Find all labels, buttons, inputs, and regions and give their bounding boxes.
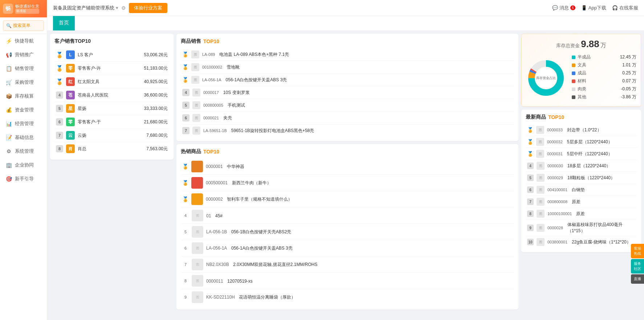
sidebar-logo: 畅 畅捷通好生意 标准版	[0, 0, 47, 17]
rank-number: 8	[56, 145, 63, 152]
app-download-button[interactable]: 📱 App下载	[581, 5, 606, 11]
message-button[interactable]: 💬 消息 6	[552, 5, 575, 11]
customer-rank-item[interactable]: 🏅 红 红太阳文具 40,925.00元	[54, 75, 169, 89]
product-info: 0000011 12070519-xs	[206, 278, 513, 284]
customer-rank-item[interactable]: 8 肖 肖总 7,563.00元	[54, 142, 169, 155]
sidebar-item-sales[interactable]: 📋 销售管理	[0, 62, 47, 75]
customer-rank-item[interactable]: 7 云 云扬 7,680.00元	[54, 129, 169, 142]
customer-value: 33,333.00元	[144, 106, 168, 112]
sidebar-item-finance[interactable]: 💰 资金管理	[0, 103, 47, 117]
hot-product-item[interactable]: 9 图 KK-SD22110H 花语萌恒温分离睡袋（厚款）	[181, 289, 514, 305]
new-product-item[interactable]: 9 图 0000028 体椒嘉枝味苏打饮品400毫升（1*15）	[526, 220, 637, 236]
float-service-btn[interactable]: 客服 热线	[631, 244, 644, 258]
legend-item-material: 材料 0.07 万	[572, 78, 636, 84]
product-img-placeholder: 图	[192, 101, 200, 109]
hot-product-item[interactable]: 🏅 000500001 新西兰牛肉（新牛）	[181, 175, 514, 191]
hot-product-item[interactable]: 🏅 0000001 中华神器	[181, 159, 514, 175]
sidebar-nav: ⚡ 快捷导航 📢 营销推广 📋 销售管理 🛒 采购管理 📦 库存核算 💰 资金管…	[0, 34, 47, 320]
customer-name: 苍南县人民医院	[78, 92, 141, 98]
new-product-item[interactable]: 6 图 004100001 白钢垫	[526, 184, 637, 196]
product-rank-item[interactable]: 4 图 0000017 10S 变刺罗浆	[181, 86, 514, 99]
product-rank-item[interactable]: 🏅 图 LA-056-1A 056-1A白色按键开关盖ABS 3壳	[181, 74, 514, 86]
rank-number: 6	[56, 118, 63, 126]
medal-icon: 🏅	[56, 65, 63, 72]
system-name: 装备及固定资产辅助管理系统 ▾	[53, 5, 118, 11]
hot-product-item[interactable]: 4 图 01 45#	[181, 208, 514, 224]
customer-rank-item[interactable]: 4 苍 苍南县人民医院 36,600.00元	[54, 89, 169, 102]
settings-icon[interactable]: ⚙	[121, 5, 126, 11]
float-service: 客服 热线 服务 社区 直播	[631, 244, 644, 284]
sidebar-item-purchase[interactable]: 🛒 采购管理	[0, 75, 47, 89]
new-products-card: 最新商品 TOP10 🏅 图 0000033 封边带（1.0*22） 🏅 图 0…	[521, 110, 641, 252]
customer-value: 21,680.00元	[144, 119, 168, 125]
customer-rank-item[interactable]: 6 零 零售客户-于 21,680.00元	[54, 115, 169, 129]
sidebar-item-marketing[interactable]: 📢 营销推广	[0, 48, 47, 62]
legend-item-stationery: 文具 1.01 万	[572, 62, 636, 68]
new-product-item[interactable]: 5 图 0000029 18颗粒板（1220*2440）	[526, 172, 637, 184]
legend-dot-meat	[572, 87, 575, 91]
product-info: 0000002 智利车子里（规格不知道填什么）	[206, 196, 513, 202]
product-info: LA-056-1A 056-1A白色按键开关盖ABS 3壳	[206, 245, 513, 251]
legend-item-finished: 成品 0.25 万	[572, 70, 636, 76]
basic-icon: 📝	[5, 134, 12, 141]
message-icon: 💬	[552, 5, 558, 11]
legend-item-other: 其他 -3.86 万	[572, 94, 636, 100]
new-products-list: 🏅 图 0000033 封边带（1.0*22） 🏅 图 0000032 5层多层…	[526, 124, 637, 248]
right-panel: 库存总资金 9.88 万	[521, 34, 641, 317]
legend-dot-material	[572, 79, 575, 83]
new-product-item[interactable]: 🏅 图 0000032 5层多层（1220*2440）	[526, 136, 637, 148]
product-rank-item[interactable]: 6 图 0000021 夹壳	[181, 112, 514, 124]
new-product-item[interactable]: 7 图 000800008 原差	[526, 196, 637, 208]
hot-product-item[interactable]: 8 图 0000011 12070519-xs	[181, 273, 514, 289]
new-product-item[interactable]: 10 图 003800001 22g鱼豆腐-烧烤味（1*12*20）	[526, 236, 637, 248]
hot-product-item[interactable]: 6 图 LA-056-1A 056-1A白色按键开关盖ABS 3壳	[181, 240, 514, 257]
customer-value: 36,600.00元	[144, 92, 168, 98]
medal-icon: 🏅	[182, 180, 188, 186]
sidebar-item-enterprise[interactable]: 🏢 企业协同	[0, 158, 47, 172]
customer-rank-item[interactable]: 🏅 L LS 客户 53,006.26元	[54, 48, 169, 62]
sidebar-item-quick[interactable]: ⚡ 快捷导航	[0, 34, 47, 48]
sidebar-item-operations[interactable]: 📊 经营管理	[0, 117, 47, 131]
customer-ranking-title: 客户销售TOP10	[54, 38, 169, 45]
hot-product-item[interactable]: 7 图 NB2.0X30B 2.0X30MM双搓花轴,搓花直径2.1MM/ROH…	[181, 257, 514, 273]
float-live-btn[interactable]: 直播	[631, 274, 644, 284]
customer-avatar: 肖	[66, 144, 75, 153]
new-product-item[interactable]: 🏅 图 0000033 封边带（1.0*22）	[526, 124, 637, 136]
product-info: KK-SD22110H 花语萌恒温分离睡袋（厚款）	[206, 294, 513, 300]
header-right: 💬 消息 6 📱 App下载 🎧 在线客服	[552, 5, 638, 11]
operations-icon: 📊	[5, 120, 12, 127]
new-product-item[interactable]: 8 图 10000100001 原差	[526, 208, 637, 220]
sidebar-item-inventory[interactable]: 📦 库存核算	[0, 89, 47, 103]
customer-rank-item[interactable]: 5 星 星扬 33,333.00元	[54, 102, 169, 115]
search-menu-button[interactable]: 🔍 搜索菜单	[3, 20, 44, 31]
hot-products-list: 🏅 0000001 中华神器 🏅 000500001 新西兰牛肉（新牛） 🏅 0…	[181, 159, 514, 305]
sidebar-item-guide[interactable]: 🎯 新手引导	[0, 172, 47, 186]
inventory-card: 库存总资金 9.88 万	[521, 34, 641, 107]
logo-icon: 畅	[3, 4, 13, 14]
hot-product-item[interactable]: 🏅 0000002 智利车子里（规格不知道填什么）	[181, 191, 514, 208]
sidebar-item-system[interactable]: ⚙ 系统管理	[0, 144, 47, 158]
customer-value: 53,006.26元	[144, 52, 168, 58]
sidebar-item-basic[interactable]: 📝 基础信息	[0, 131, 47, 144]
trial-button[interactable]: 体验行业方案	[129, 3, 167, 13]
float-community-btn[interactable]: 服务 社区	[631, 259, 644, 274]
hot-product-item[interactable]: 5 图 LA-056-1B 056-1B白色按键开关壳ABS2壳	[181, 224, 514, 240]
inventory-chart-area: 库存资金占比 半成品 12.45 万 文具 1.01 万	[526, 54, 636, 102]
product-rank-item[interactable]: 🏅 图 LA-089 电池盖 LA-089 ABS本色+黑种 7.1壳	[181, 48, 514, 61]
product-img-placeholder: 图	[192, 127, 200, 135]
customer-rank-item[interactable]: 🏅 零 零售客户-许 51,183.00元	[54, 62, 169, 75]
product-thumbnail: 图	[192, 226, 203, 238]
new-product-img: 图	[537, 198, 545, 206]
product-img-placeholder: 图	[191, 50, 199, 58]
main-area: 装备及固定资产辅助管理系统 ▾ ⚙ 体验行业方案 💬 消息 6 📱 App下载 …	[47, 0, 644, 320]
tab-home[interactable]: 首页	[53, 16, 75, 30]
online-service-button[interactable]: 🎧 在线客服	[612, 5, 638, 11]
product-rank-item[interactable]: 🏅 图 001000002 雪地靴	[181, 61, 514, 74]
product-rank-item[interactable]: 7 图 LA-59651-1B 59651-1B旋转投影灯电池盒ABS黑色+58…	[181, 124, 514, 137]
new-product-item[interactable]: 🏅 图 0000031 5层中纤（1220*2440）	[526, 148, 637, 160]
system-icon: ⚙	[5, 148, 12, 155]
new-product-item[interactable]: 4 图 0000030 18多层（1220*2440）	[526, 160, 637, 172]
sidebar: 畅 畅捷通好生意 标准版 🔍 搜索菜单 ⚡ 快捷导航 📢 营销推广 📋 销售管理…	[0, 0, 47, 320]
product-info: 01 45#	[206, 213, 513, 218]
product-rank-item[interactable]: 5 图 000800005 手机测试	[181, 99, 514, 112]
